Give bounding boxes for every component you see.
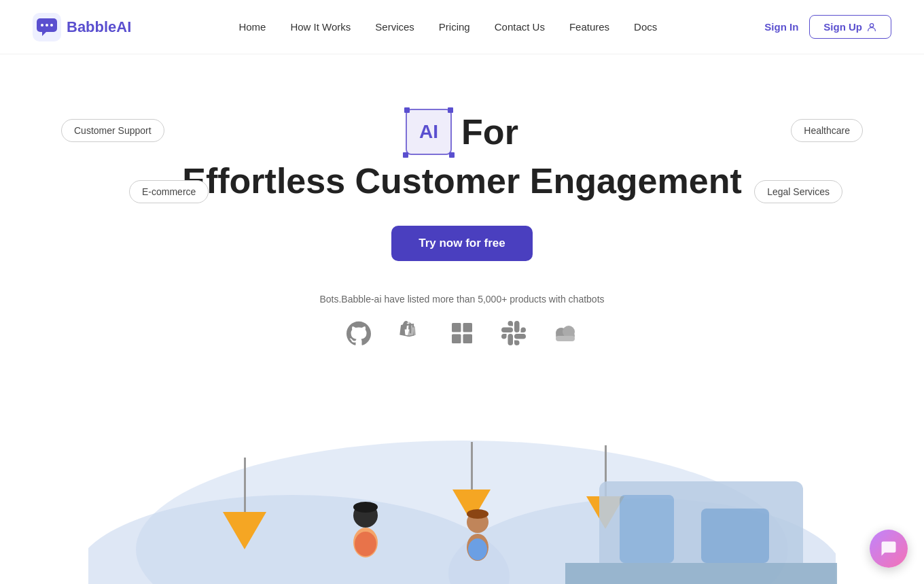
svg-rect-9 [463, 334, 473, 344]
shopify-logo [398, 321, 423, 345]
svg-point-2 [41, 24, 43, 27]
pill-customer-support: Customer Support [61, 119, 164, 142]
partner-text: Bots.Babble-ai have listed more than 5,0… [319, 294, 604, 305]
signup-button[interactable]: Sign Up [809, 15, 891, 39]
hero-section: Customer Support Healthcare E-commerce L… [0, 54, 924, 584]
github-logo [346, 321, 371, 345]
partner-logos [346, 321, 578, 345]
nav-links: Home How It Works Services Pricing Conta… [238, 21, 657, 33]
hero-title-row: AI For [406, 109, 518, 155]
svg-point-20 [355, 532, 376, 556]
illustration [33, 400, 891, 584]
pill-ecommerce: E-commerce [129, 180, 209, 203]
lamp-left [223, 458, 266, 549]
pill-healthcare: Healthcare [791, 119, 863, 142]
chat-widget-button[interactable] [870, 530, 908, 568]
pill-legal-services: Legal Services [754, 180, 842, 203]
svg-point-4 [50, 24, 53, 27]
svg-point-3 [46, 24, 48, 27]
svg-rect-6 [452, 323, 461, 332]
nav-how-it-works[interactable]: How It Works [290, 21, 351, 33]
building-bg [565, 454, 837, 584]
svg-rect-7 [463, 323, 473, 332]
character-right [454, 496, 501, 571]
nav-docs[interactable]: Docs [634, 21, 657, 33]
svg-rect-8 [452, 334, 461, 344]
svg-rect-28 [701, 509, 769, 563]
signin-button[interactable]: Sign In [764, 21, 798, 33]
for-text: For [461, 111, 518, 152]
character-left [338, 488, 393, 570]
nav-contact[interactable]: Contact Us [495, 21, 545, 33]
ai-box-wrapper: AI [406, 109, 452, 155]
brand-name: BabbleAI [67, 18, 131, 36]
logo[interactable]: BabbleAI [33, 13, 131, 41]
nav-services[interactable]: Services [375, 21, 414, 33]
svg-point-24 [468, 538, 487, 560]
chat-widget-icon [879, 539, 898, 558]
nav-pricing[interactable]: Pricing [439, 21, 470, 33]
svg-point-23 [467, 509, 488, 519]
nav-actions: Sign In Sign Up [764, 15, 891, 39]
windows-logo [450, 321, 474, 345]
navbar: BabbleAI Home How It Works Services Pric… [0, 0, 924, 54]
svg-point-5 [870, 23, 873, 27]
cloudflare-logo [553, 321, 578, 345]
svg-point-19 [353, 502, 378, 513]
svg-rect-27 [620, 495, 674, 563]
nav-home[interactable]: Home [238, 21, 266, 33]
ai-label-box: AI [406, 109, 452, 155]
logo-icon [33, 13, 61, 41]
svg-rect-13 [556, 336, 575, 341]
nav-features[interactable]: Features [569, 21, 609, 33]
cta-button[interactable]: Try now for free [391, 226, 533, 261]
user-icon [866, 22, 877, 33]
slack-logo [501, 321, 526, 345]
svg-rect-29 [565, 563, 837, 584]
hero-subtitle: Effortless Customer Engagement [182, 160, 742, 201]
